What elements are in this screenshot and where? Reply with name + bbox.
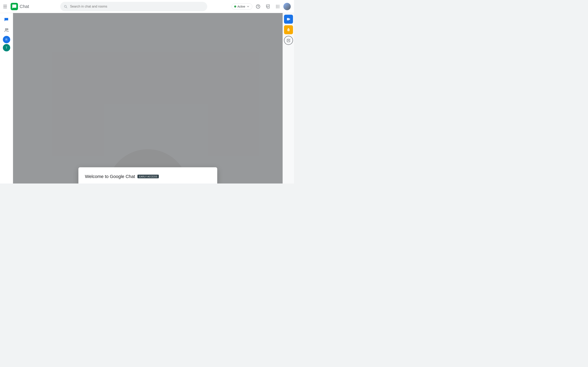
active-label: Active (237, 5, 245, 8)
user-avatar[interactable] (283, 3, 291, 10)
svg-point-11 (5, 29, 7, 30)
settings-icon[interactable] (264, 2, 272, 11)
left-sidebar: R T (0, 13, 13, 184)
svg-rect-22 (287, 18, 289, 20)
dialog-body: Google Chat introduces a new experience … (85, 183, 211, 184)
svg-point-2 (276, 5, 277, 5)
dialog-title: Welcome to Google Chat (85, 174, 135, 179)
active-status-badge[interactable]: Active (232, 3, 252, 9)
search-icon (63, 4, 68, 8)
right-sidebar (283, 13, 294, 184)
sidebar-avatar-r[interactable]: R (3, 36, 10, 43)
svg-point-7 (279, 6, 279, 7)
google-meet-icon[interactable] (284, 15, 293, 24)
dialog-header: Welcome to Google Chat EARLY ACCESS (85, 174, 211, 179)
main-layout: R T (0, 13, 294, 184)
header-left: Chat (3, 3, 36, 10)
sidebar-avatar-t[interactable]: T (3, 44, 10, 51)
svg-point-12 (7, 29, 8, 30)
svg-point-10 (279, 7, 279, 8)
active-indicator (234, 6, 236, 8)
svg-point-6 (277, 6, 278, 7)
header-right: Active (232, 2, 291, 11)
search-input[interactable] (70, 5, 204, 8)
search-bar (60, 2, 207, 11)
app-title: Chat (20, 4, 29, 9)
chevron-down-icon (246, 5, 250, 8)
svg-point-5 (276, 6, 277, 7)
svg-point-9 (277, 7, 278, 8)
welcome-dialog: Welcome to Google Chat EARLY ACCESS Goog… (78, 167, 217, 184)
main-content: Welcome to Google Chat EARLY ACCESS Goog… (13, 13, 283, 184)
google-keep-icon[interactable] (284, 25, 293, 34)
chat-logo: Chat (11, 3, 29, 10)
avatar-t-label: T (6, 46, 7, 49)
header: Chat Active (0, 0, 294, 13)
chat-logo-svg (11, 3, 18, 10)
svg-point-3 (277, 5, 278, 5)
dialog-overlay (13, 13, 283, 184)
menu-icon[interactable] (3, 4, 8, 9)
help-icon[interactable] (254, 2, 262, 11)
apps-icon[interactable] (274, 2, 282, 11)
svg-point-8 (276, 7, 277, 8)
search-bar-inner (60, 2, 207, 11)
svg-point-4 (279, 5, 279, 5)
sidebar-item-chat[interactable] (2, 15, 11, 25)
early-access-badge: EARLY ACCESS (138, 175, 159, 178)
tasks-icon[interactable] (284, 36, 293, 45)
avatar-r-label: R (5, 38, 7, 41)
sidebar-item-people[interactable] (2, 25, 11, 35)
